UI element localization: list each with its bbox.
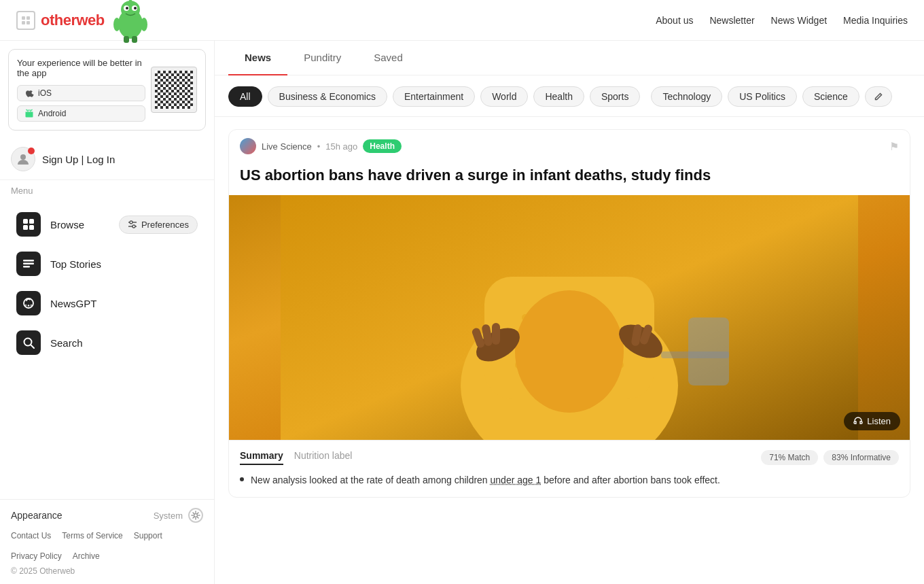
edit-icon	[874, 92, 883, 101]
sidebar-item-browse[interactable]: Browse Preferences	[5, 205, 209, 243]
archive-link[interactable]: Archive	[73, 551, 100, 561]
qr-pattern	[155, 71, 193, 109]
svg-point-34	[194, 514, 198, 517]
tab-saved[interactable]: Saved	[357, 41, 419, 75]
contact-us-link[interactable]: Contact Us	[11, 531, 51, 540]
svg-rect-15	[132, 36, 137, 43]
svg-rect-55	[661, 351, 729, 358]
article-image-wrap: Listen	[229, 195, 910, 440]
preferences-button[interactable]: Preferences	[119, 216, 198, 234]
android-icon	[24, 109, 34, 118]
svg-rect-51	[492, 323, 500, 345]
footer-links: Contact Us Terms of Service Support Priv…	[11, 531, 203, 561]
informative-badge: 83% Informative	[823, 450, 899, 465]
dot-separator: •	[317, 141, 321, 152]
tab-news[interactable]: News	[228, 41, 287, 75]
android-button[interactable]: Android	[17, 105, 145, 122]
system-toggle[interactable]: System	[154, 508, 203, 523]
underlined-link[interactable]: under age 1	[491, 475, 541, 485]
logo-text: otherweb	[41, 12, 105, 29]
cat-science[interactable]: Science	[802, 86, 859, 107]
qr-code	[151, 67, 197, 113]
newsgpt-icon	[16, 291, 41, 315]
svg-point-30	[25, 305, 27, 307]
summary-tabs: Summary Nutrition label 71% Match 83% In…	[240, 450, 899, 465]
nav-media-inquiries[interactable]: Media Inquiries	[843, 15, 908, 26]
svg-rect-25	[23, 260, 34, 262]
sidebar-bottom: Appearance System Contact Us Terms of Se…	[0, 499, 214, 584]
tab-punditry[interactable]: Punditry	[287, 41, 357, 75]
sidebar-menu: Browse Preferences Top Stories	[0, 201, 214, 366]
ios-button[interactable]: iOS	[17, 85, 145, 101]
cat-world[interactable]: World	[480, 86, 528, 107]
logo-square-icon	[16, 11, 35, 30]
svg-point-31	[31, 305, 33, 307]
content-area: News Punditry Saved All Business & Econo…	[215, 41, 924, 584]
time-ago: 15h ago	[325, 141, 357, 152]
cat-all[interactable]: All	[228, 86, 262, 107]
browse-label: Browse	[50, 219, 84, 230]
cat-entertainment[interactable]: Entertainment	[393, 86, 475, 107]
main-layout: Your experience will be better in the ap…	[0, 41, 924, 584]
sign-in-label[interactable]: Sign Up | Log In	[42, 154, 115, 165]
bullet-text: New analysis looked at the rate of death…	[251, 473, 720, 487]
svg-rect-19	[23, 225, 28, 230]
headphone-icon	[853, 416, 863, 426]
theme-toggle-icon[interactable]	[188, 508, 203, 523]
svg-rect-1	[26, 16, 30, 20]
match-badge: 71% Match	[761, 450, 818, 465]
top-stories-label: Top Stories	[50, 258, 101, 270]
svg-point-23	[130, 221, 132, 224]
svg-point-46	[515, 290, 624, 413]
flag-icon[interactable]: ⚑	[889, 140, 899, 153]
search-icon	[16, 330, 41, 355]
sidebar-item-newsgpt[interactable]: NewsGPT	[5, 284, 209, 322]
cat-technology[interactable]: Technology	[651, 86, 722, 107]
cat-us-politics[interactable]: US Politics	[728, 86, 797, 107]
listen-button[interactable]: Listen	[844, 412, 900, 430]
nav-about-us[interactable]: About us	[656, 15, 693, 26]
cat-edit-button[interactable]	[865, 86, 892, 107]
nav-news-widget[interactable]: News Widget	[771, 15, 827, 26]
apple-icon	[24, 88, 34, 98]
browse-icon	[16, 212, 41, 237]
top-nav: About us Newsletter News Widget Media In…	[656, 15, 908, 26]
cat-sports[interactable]: Sports	[590, 86, 640, 107]
article-headline[interactable]: US abortion bans have driven a surge in …	[229, 162, 910, 195]
article-image	[229, 195, 910, 440]
sidebar: Your experience will be better in the ap…	[0, 41, 215, 584]
top-stories-icon	[16, 252, 41, 276]
copyright: © 2025 Otherweb	[11, 566, 203, 576]
terms-link[interactable]: Terms of Service	[62, 531, 122, 540]
svg-point-13	[141, 18, 147, 31]
tab-summary[interactable]: Summary	[240, 450, 283, 465]
cat-business[interactable]: Business & Economics	[268, 86, 387, 107]
summary-bullet: New analysis looked at the rate of death…	[240, 473, 899, 487]
newsgpt-label: NewsGPT	[50, 298, 96, 309]
article-image-svg	[229, 195, 910, 440]
robot-mascot	[110, 0, 151, 41]
svg-point-24	[132, 225, 135, 228]
article-summary: Summary Nutrition label 71% Match 83% In…	[229, 440, 910, 497]
support-link[interactable]: Support	[134, 531, 162, 540]
tab-nutrition-label[interactable]: Nutrition label	[294, 450, 353, 465]
svg-point-16	[20, 154, 26, 160]
tab-bar: News Punditry Saved	[215, 41, 924, 75]
top-header: otherweb	[0, 0, 924, 41]
category-badge: Health	[363, 139, 402, 153]
svg-rect-18	[29, 219, 34, 224]
privacy-link[interactable]: Privacy Policy	[11, 551, 62, 561]
svg-rect-27	[23, 266, 30, 268]
svg-point-8	[126, 7, 128, 10]
svg-rect-0	[22, 16, 25, 20]
sidebar-item-search[interactable]: Search	[5, 324, 209, 362]
bullet-dot	[240, 477, 244, 481]
sign-in-row[interactable]: Sign Up | Log In	[0, 139, 214, 180]
svg-line-33	[31, 345, 34, 348]
svg-point-12	[113, 18, 120, 31]
sidebar-item-top-stories[interactable]: Top Stories	[5, 245, 209, 283]
cat-health[interactable]: Health	[533, 86, 584, 107]
prefs-icon	[128, 220, 137, 229]
article-card: Live Science • 15h ago Health ⚑ US abort…	[228, 129, 910, 498]
nav-newsletter[interactable]: Newsletter	[709, 15, 754, 26]
